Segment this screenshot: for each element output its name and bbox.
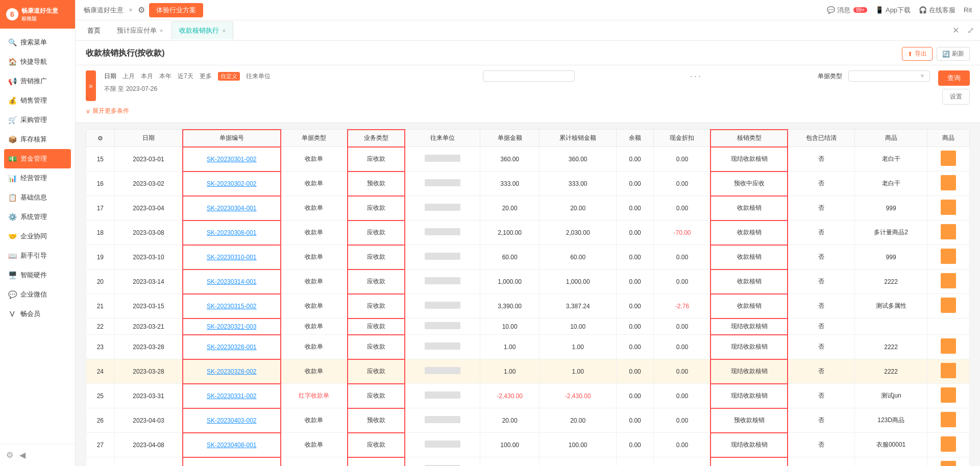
sidebar-item-quicknav[interactable]: 🏠 快捷导航 bbox=[0, 52, 75, 71]
doc-no-link[interactable]: SK-20230301-002 bbox=[207, 156, 256, 163]
filter-expand-button[interactable]: » bbox=[86, 70, 96, 101]
export-button[interactable]: ⬆ 导出 bbox=[902, 47, 933, 61]
app-download-area[interactable]: 📱 App下载 bbox=[875, 6, 911, 15]
tab-collection[interactable]: 收款核销执行 × bbox=[172, 21, 233, 39]
tab-maximize-button[interactable]: ⤢ bbox=[965, 23, 976, 37]
row-include-cleared: 否 bbox=[788, 171, 854, 196]
row-doc-no[interactable]: SK-20230403-002 bbox=[183, 408, 281, 433]
sidebar-item-sales[interactable]: 💰 销售管理 bbox=[0, 91, 75, 110]
doc-no-link[interactable]: SK-20230403-002 bbox=[207, 417, 256, 424]
doc-no-link[interactable]: SK-20230408-001 bbox=[207, 442, 256, 449]
row-balance: 0.00 bbox=[617, 359, 654, 384]
query-button[interactable]: 查询 bbox=[938, 70, 970, 86]
sidebar-settings-button[interactable]: ⚙ bbox=[6, 450, 13, 460]
sidebar-item-inventory[interactable]: 📦 库存核算 bbox=[0, 130, 75, 149]
row-doc-type: 收款单 bbox=[281, 196, 348, 220]
row-date: 2023-03-15 bbox=[114, 294, 183, 318]
doc-no-link[interactable]: SK-20230308-001 bbox=[207, 229, 256, 236]
row-doc-no[interactable]: SK-20230418-001 bbox=[183, 457, 281, 467]
date-this-year[interactable]: 本年 bbox=[159, 72, 172, 81]
row-doc-no[interactable]: SK-20230308-001 bbox=[183, 220, 281, 245]
row-include-cleared: 否 bbox=[788, 147, 854, 171]
doc-no-link[interactable]: SK-20230328-001 bbox=[207, 344, 256, 351]
purchase-icon: 🛒 bbox=[8, 116, 16, 124]
sidebar-item-marketing[interactable]: 📢 营销推广 bbox=[0, 71, 75, 91]
doc-no-link[interactable]: SK-20230321-003 bbox=[207, 323, 256, 330]
row-num: 19 bbox=[86, 245, 115, 269]
date-7days[interactable]: 近7天 bbox=[178, 72, 193, 81]
online-service-area[interactable]: 🎧 在线客服 bbox=[919, 6, 955, 15]
sidebar-item-purchase[interactable]: 🛒 采购管理 bbox=[0, 110, 75, 130]
tab-close-all-button[interactable]: ✕ bbox=[950, 23, 961, 37]
th-amount: 单据金额 bbox=[480, 130, 540, 147]
row-product: 123D商品 bbox=[855, 408, 927, 433]
row-doc-no[interactable]: SK-20230328-001 bbox=[183, 335, 281, 359]
sidebar-item-basic[interactable]: 📋 基础信息 bbox=[0, 188, 75, 207]
messages-area[interactable]: 💬 消息 99+ bbox=[827, 6, 867, 15]
user-area[interactable]: Rit bbox=[964, 6, 972, 14]
th-gear[interactable]: ⚙ bbox=[86, 130, 115, 147]
tab-collection-close[interactable]: × bbox=[222, 28, 225, 34]
doc-no-link[interactable]: SK-20230302-002 bbox=[207, 180, 256, 187]
config-button[interactable]: ⚙ bbox=[138, 5, 145, 15]
doctype-select[interactable]: ▼ bbox=[848, 70, 930, 82]
sidebar-item-system[interactable]: ⚙️ 系统管理 bbox=[0, 207, 75, 227]
row-doc-no[interactable]: SK-20230310-001 bbox=[183, 245, 281, 269]
doc-no-link[interactable]: SK-20230304-001 bbox=[207, 205, 256, 212]
sidebar-item-enterprise[interactable]: 🤝 企业协同 bbox=[0, 227, 75, 246]
row-doc-no[interactable]: SK-20230302-002 bbox=[183, 171, 281, 196]
counterpart-input[interactable] bbox=[483, 70, 575, 82]
doc-no-link[interactable]: SK-20230331-002 bbox=[207, 393, 256, 400]
row-doc-no[interactable]: SK-20230314-001 bbox=[183, 269, 281, 294]
sidebar-item-finance[interactable]: 💵 资金管理 bbox=[4, 149, 71, 168]
topbar-right: 💬 消息 99+ 📱 App下载 🎧 在线客服 Rit bbox=[827, 6, 972, 15]
row-acc-amount: 20.00 bbox=[540, 196, 617, 220]
doc-no-link[interactable]: SK-20230314-001 bbox=[207, 278, 256, 285]
row-doc-no[interactable]: SK-20230321-003 bbox=[183, 318, 281, 335]
sidebar-label-operations: 经营管理 bbox=[20, 174, 47, 183]
sidebar-collapse-button[interactable]: ◀ bbox=[19, 450, 26, 460]
tab-pending-close[interactable]: × bbox=[160, 28, 163, 34]
doc-no-link[interactable]: SK-20230328-002 bbox=[207, 368, 256, 375]
th-doc-no: 单据编号 bbox=[183, 130, 281, 147]
row-doc-no[interactable]: SK-20230301-002 bbox=[183, 147, 281, 171]
tab-pending[interactable]: 预计应应付单 × bbox=[109, 21, 170, 39]
row-doc-type: 收款单 bbox=[281, 408, 348, 433]
filter-ellipsis: ··· bbox=[581, 71, 812, 82]
row-acc-amount: 1.00 bbox=[540, 335, 617, 359]
sidebar-item-hardware[interactable]: 🖥️ 智能硬件 bbox=[0, 265, 75, 285]
refresh-button[interactable]: 🔄 刷新 bbox=[937, 47, 970, 61]
row-doc-no[interactable]: SK-20230331-002 bbox=[183, 384, 281, 408]
sidebar-item-wechat[interactable]: 💬 企业微信 bbox=[0, 285, 75, 304]
date-custom[interactable]: 自定义 bbox=[218, 72, 240, 81]
sidebar-item-guide[interactable]: 📖 新手引导 bbox=[0, 246, 75, 265]
row-doc-no[interactable]: SK-20230328-002 bbox=[183, 359, 281, 384]
row-doc-no[interactable]: SK-20230315-002 bbox=[183, 294, 281, 318]
sidebar-item-operations[interactable]: 📊 经营管理 bbox=[0, 168, 75, 188]
row-doc-no[interactable]: SK-20230408-001 bbox=[183, 433, 281, 457]
row-num: 28 bbox=[86, 457, 115, 467]
table-row: 16 2023-03-02 SK-20230302-002 收款单 预收款 33… bbox=[86, 171, 970, 196]
row-discount: 0.00 bbox=[654, 457, 711, 467]
date-more[interactable]: 更多 bbox=[200, 72, 212, 81]
date-this-month[interactable]: 本月 bbox=[141, 72, 153, 81]
row-counterpart bbox=[405, 147, 480, 171]
doc-no-link[interactable]: SK-20230315-002 bbox=[207, 303, 256, 310]
row-doc-no[interactable]: SK-20230304-001 bbox=[183, 196, 281, 220]
tab-home[interactable]: 首页 bbox=[80, 21, 108, 39]
row-date: 2023-03-28 bbox=[114, 359, 183, 384]
row-product2 bbox=[927, 269, 970, 294]
sidebar-item-member[interactable]: V 畅会员 bbox=[0, 304, 75, 324]
enterprise-icon: 🤝 bbox=[8, 232, 16, 240]
expand-more-conditions-button[interactable]: ∨ 展开更多条件 bbox=[86, 107, 129, 115]
filter-settings-button[interactable]: 设置 bbox=[942, 89, 970, 105]
sidebar-item-search[interactable]: 🔍 搜索菜单 bbox=[0, 33, 75, 52]
doc-no-link[interactable]: SK-20230310-001 bbox=[207, 254, 256, 261]
row-amount: 360.00 bbox=[480, 147, 540, 171]
table-area[interactable]: ⚙ 日期 单据编号 单据类型 业务类型 往来单位 单据金额 累计核销金额 余额 … bbox=[76, 123, 980, 466]
chevron-down-icon: ∨ bbox=[86, 108, 90, 115]
row-product2 bbox=[927, 171, 970, 196]
industry-solution-button[interactable]: 体验行业方案 bbox=[149, 3, 203, 17]
date-last-month[interactable]: 上月 bbox=[122, 72, 135, 81]
table-row: 17 2023-03-04 SK-20230304-001 收款单 应收款 20… bbox=[86, 196, 970, 220]
